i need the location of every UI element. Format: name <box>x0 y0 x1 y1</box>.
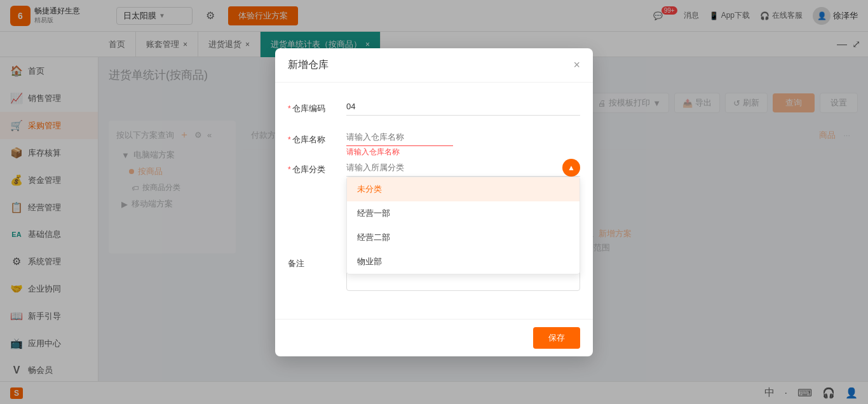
name-row: * 仓库名称 请输入仓库名称 <box>288 128 580 146</box>
dropdown-item-1[interactable]: 经营一部 <box>347 201 580 226</box>
dropdown-item-3[interactable]: 物业部 <box>347 250 580 274</box>
category-select-wrapper: ▲ <box>346 159 580 177</box>
name-input[interactable] <box>346 128 453 146</box>
note-label: 备注 <box>288 253 339 269</box>
category-row: * 仓库分类 ▲ 未分类 经营一部 经营二部 物业部 <box>288 159 580 177</box>
dropdown-item-0[interactable]: 未分类 <box>347 177 580 201</box>
code-row: * 仓库编码 <box>288 98 580 116</box>
code-input[interactable] <box>346 98 580 116</box>
save-button[interactable]: 保存 <box>533 327 580 349</box>
modal-overlay: 新增仓库 × * 仓库编码 * 仓库名称 <box>0 0 868 404</box>
modal-title: 新增仓库 <box>288 58 329 72</box>
modal-footer: 保存 <box>275 319 593 356</box>
modal-close-icon[interactable]: × <box>573 58 580 72</box>
category-toggle-icon[interactable]: ▲ <box>562 159 580 177</box>
add-warehouse-modal: 新增仓库 × * 仓库编码 * 仓库名称 <box>275 48 593 356</box>
name-error-msg: 请输入仓库名称 <box>346 147 400 158</box>
modal-header: 新增仓库 × <box>275 48 593 83</box>
name-label: * 仓库名称 <box>288 129 339 145</box>
code-label: * 仓库编码 <box>288 98 339 114</box>
category-dropdown: 未分类 经营一部 经营二部 物业部 <box>346 177 580 274</box>
dropdown-item-2[interactable]: 经营二部 <box>347 226 580 250</box>
modal-body: * 仓库编码 * 仓库名称 请输入仓库名称 * <box>275 83 593 319</box>
category-label: * 仓库分类 <box>288 159 339 175</box>
category-input[interactable] <box>346 159 580 177</box>
